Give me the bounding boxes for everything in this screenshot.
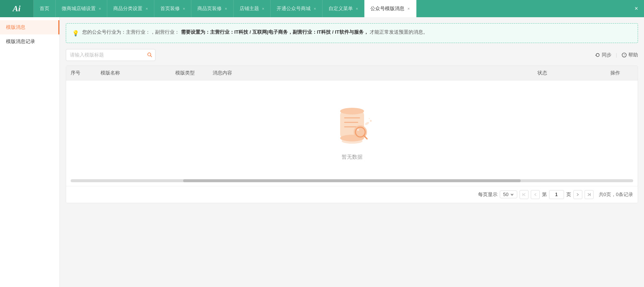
search-input[interactable] <box>66 49 155 61</box>
th-name: 模版名称 <box>96 66 171 80</box>
svg-line-1 <box>150 55 151 57</box>
svg-point-15 <box>364 121 369 125</box>
logo-area: Ai <box>0 0 34 17</box>
chevron-down-icon <box>510 193 514 196</box>
page-label: 第 <box>542 191 547 198</box>
prev-page-button[interactable] <box>531 190 540 199</box>
sidebar-item-template-msg[interactable]: 模版消息 <box>0 20 59 34</box>
search-button[interactable] <box>147 52 152 58</box>
notice-text: 您的公众号行业为：主营行业：，副营行业： 需要设置为：主营行业：IT科技 / 互… <box>82 28 428 36</box>
divider: | <box>616 52 617 58</box>
nav-tab-open-mall[interactable]: 开通公众号商城× <box>271 0 322 17</box>
nav-tab-close-template-msg[interactable]: × <box>407 6 410 11</box>
nav-tab-label-custom-menu: 自定义菜单 <box>329 5 353 12</box>
search-left <box>66 49 155 61</box>
nav-tab-label-home-decor: 首页装修 <box>160 5 180 12</box>
pagination: 每页显示 50 <box>66 186 638 203</box>
page-size-value: 50 <box>503 192 508 197</box>
nav-tab-close-shop-settings[interactable]: × <box>99 6 101 11</box>
prev-page-icon <box>534 193 537 196</box>
search-icon <box>147 52 152 58</box>
sidebar-item-template-msg-log[interactable]: 模版消息记录 <box>0 34 59 49</box>
empty-text: 暂无数据 <box>342 154 363 161</box>
nav-tab-close-category-settings[interactable]: × <box>145 6 148 11</box>
search-input-wrap <box>66 49 155 61</box>
search-right: 同步 | ? 帮助 <box>595 52 638 58</box>
total-text: 共0页，0条记录 <box>599 191 633 198</box>
nav-tab-close-product-decor[interactable]: × <box>225 6 227 11</box>
search-bar: 同步 | ? 帮助 <box>66 49 638 61</box>
nav-tab-custom-menu[interactable]: 自定义菜单× <box>323 0 364 17</box>
table-header: 序号 模版名称 模版类型 消息内容 状态 操作 <box>66 66 638 80</box>
content-area: 💡 您的公众号行业为：主营行业：，副营行业： 需要设置为：主营行业：IT科技 /… <box>60 17 644 287</box>
sidebar-items: 模版消息模版消息记录 <box>0 20 59 49</box>
main-layout: 模版消息模版消息记录 💡 您的公众号行业为：主营行业：，副营行业： 需要设置为：… <box>0 17 644 287</box>
page-size-label: 每页显示 <box>478 191 497 198</box>
nav-tab-label-product-decor: 商品页装修 <box>197 5 222 12</box>
th-status: 状态 <box>533 66 593 80</box>
th-action: 操作 <box>593 66 638 80</box>
svg-point-17 <box>369 118 370 119</box>
sync-button[interactable]: 同步 <box>595 52 611 58</box>
last-page-button[interactable] <box>585 190 594 199</box>
page-size-select[interactable]: 50 <box>500 190 517 198</box>
page-input[interactable] <box>549 190 564 199</box>
nav-tab-store-theme[interactable]: 店铺主题× <box>234 0 271 17</box>
notice-icon: 💡 <box>72 28 79 38</box>
svg-point-6 <box>340 108 364 115</box>
empty-state: 暂无数据 <box>66 80 638 175</box>
nav-tabs: 首页微商城店铺设置×商品分类设置×首页装修×商品页装修×店铺主题×开通公众号商城… <box>34 0 629 17</box>
sync-icon <box>595 52 600 58</box>
nav-tab-product-decor[interactable]: 商品页装修× <box>191 0 233 17</box>
nav-tab-label-template-msg: 公众号模版消息 <box>370 5 404 12</box>
svg-point-16 <box>370 120 372 122</box>
top-nav: Ai 首页微商城店铺设置×商品分类设置×首页装修×商品页装修×店铺主题×开通公众… <box>0 0 644 17</box>
th-seq: 序号 <box>66 66 96 80</box>
svg-text:?: ? <box>623 54 625 57</box>
nav-tab-label-shop-settings: 微商城店铺设置 <box>62 5 96 12</box>
nav-tab-shop-settings[interactable]: 微商城店铺设置× <box>56 0 107 17</box>
nav-tab-label-store-theme: 店铺主题 <box>240 5 259 12</box>
help-icon: ? <box>622 52 627 58</box>
nav-tab-close-store-theme[interactable]: × <box>262 6 264 11</box>
scrollbar-thumb[interactable] <box>183 179 521 182</box>
nav-tab-home[interactable]: 首页 <box>34 0 56 17</box>
nav-tab-close-custom-menu[interactable]: × <box>356 6 358 11</box>
help-button[interactable]: ? 帮助 <box>622 52 638 58</box>
empty-illustration <box>330 103 375 148</box>
first-page-button[interactable] <box>520 190 529 199</box>
nav-tab-category-settings[interactable]: 商品分类设置× <box>107 0 154 17</box>
nav-tab-home-decor[interactable]: 首页装修× <box>154 0 191 17</box>
next-page-icon <box>576 193 579 196</box>
nav-tab-close-open-mall[interactable]: × <box>314 6 316 11</box>
first-page-icon <box>522 193 526 196</box>
nav-tab-template-msg[interactable]: 公众号模版消息× <box>364 0 416 17</box>
svg-point-14 <box>357 129 359 131</box>
th-type: 模版类型 <box>171 66 208 80</box>
nav-tab-label-category-settings: 商品分类设置 <box>113 5 142 12</box>
nav-tab-label-open-mall: 开通公众号商城 <box>277 5 311 12</box>
th-content: 消息内容 <box>208 66 533 80</box>
nav-tab-label-home: 首页 <box>40 5 49 12</box>
nav-tab-close-home-decor[interactable]: × <box>183 6 185 11</box>
sidebar: 模版消息模版消息记录 <box>0 17 60 287</box>
scroll-area <box>66 175 638 186</box>
page-unit: 页 <box>566 191 571 198</box>
global-close-button[interactable]: × <box>629 0 644 17</box>
next-page-button[interactable] <box>573 190 582 199</box>
logo-text: Ai <box>13 4 21 13</box>
notice-box: 💡 您的公众号行业为：主营行业：，副营行业： 需要设置为：主营行业：IT科技 /… <box>66 23 638 43</box>
data-table: 序号 模版名称 模版类型 消息内容 状态 操作 <box>66 65 638 203</box>
scrollbar-track[interactable] <box>71 179 633 182</box>
last-page-icon <box>587 193 591 196</box>
